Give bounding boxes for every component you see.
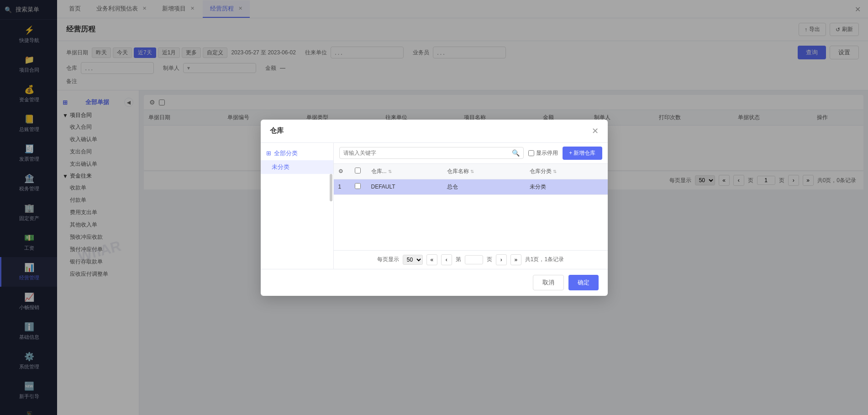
- show-disabled-wrap: 显示停用: [528, 149, 558, 157]
- modal-select-all-checkbox[interactable]: [355, 168, 361, 173]
- row-select-checkbox[interactable]: [355, 183, 361, 189]
- row-category: 未分类: [525, 179, 608, 194]
- show-disabled-checkbox[interactable]: [528, 150, 534, 156]
- modal-col-name-label: 仓库名称: [447, 168, 469, 174]
- show-disabled-label: 显示停用: [536, 149, 558, 157]
- modal-page-input[interactable]: 1: [465, 255, 483, 264]
- modal-toolbar: 🔍 显示停用 + 新增仓库: [334, 143, 608, 164]
- modal-per-page-select[interactable]: 50: [403, 255, 423, 265]
- modal-table-wrap: ⚙ 仓库... ⇅ 仓库名称: [334, 164, 608, 250]
- add-warehouse-label: + 新增仓库: [569, 149, 595, 157]
- row-index: 1: [334, 179, 350, 194]
- row-name: 总仓: [442, 179, 525, 194]
- sort-icon-category: ⇅: [553, 169, 557, 174]
- modal-first-page[interactable]: «: [426, 254, 437, 265]
- modal-pagination: 每页显示 50 « ‹ 第 1 页 › » 共1页，1条记录: [334, 250, 608, 269]
- table-row[interactable]: 1 DEFAULT 总仓 未分类: [334, 179, 608, 194]
- modal-col-category[interactable]: 仓库分类 ⇅: [525, 164, 608, 179]
- row-checkbox[interactable]: [350, 179, 367, 194]
- modal-header: 仓库 ✕: [261, 120, 608, 143]
- modal-page-word: 第: [456, 256, 461, 263]
- left-scrollbar[interactable]: [330, 174, 332, 201]
- modal-col-name[interactable]: 仓库名称 ⇅: [442, 164, 525, 179]
- add-warehouse-button[interactable]: + 新增仓库: [563, 147, 602, 160]
- modal-gear-icon[interactable]: ⚙: [338, 168, 343, 174]
- modal-footer: 取消 确定: [261, 269, 608, 296]
- grid-category-icon: ⊞: [266, 150, 271, 157]
- warehouse-modal: 仓库 ✕ ⊞ 全部分类 未分类: [261, 120, 608, 296]
- modal-table: ⚙ 仓库... ⇅ 仓库名称: [334, 164, 608, 195]
- modal-search-input[interactable]: [343, 150, 510, 156]
- modal-all-category-label: 全部分类: [274, 149, 298, 158]
- modal-page-label: 页: [487, 256, 492, 263]
- category-item-label: 未分类: [272, 163, 289, 170]
- modal-body: ⊞ 全部分类 未分类 🔍: [261, 143, 608, 269]
- modal-category-panel: ⊞ 全部分类 未分类: [261, 143, 334, 269]
- modal-col-gear: ⚙: [334, 164, 350, 179]
- modal-search-wrap: 🔍: [339, 147, 524, 159]
- modal-title: 仓库: [270, 126, 284, 135]
- modal-total-info: 共1页，1条记录: [525, 256, 564, 263]
- modal-close-button[interactable]: ✕: [592, 126, 599, 136]
- sort-icon-name: ⇅: [470, 169, 474, 174]
- modal-col-checkbox: [350, 164, 367, 179]
- modal-per-page-label: 每页显示: [377, 256, 399, 263]
- modal-all-category[interactable]: ⊞ 全部分类: [261, 147, 333, 160]
- modal-overlay: 仓库 ✕ ⊞ 全部分类 未分类: [0, 0, 868, 415]
- modal-right-panel: 🔍 显示停用 + 新增仓库 ⚙: [334, 143, 608, 269]
- sort-icon-code: ⇅: [388, 169, 392, 174]
- modal-confirm-button[interactable]: 确定: [568, 275, 599, 290]
- modal-col-code-label: 仓库...: [371, 168, 387, 174]
- modal-next-page[interactable]: ›: [496, 254, 507, 265]
- modal-col-code[interactable]: 仓库... ⇅: [367, 164, 443, 179]
- modal-search-icon[interactable]: 🔍: [512, 149, 520, 157]
- left-scroll-area: [261, 174, 333, 265]
- modal-last-page[interactable]: »: [510, 254, 521, 265]
- row-code: DEFAULT: [367, 179, 443, 194]
- modal-category-unclassified[interactable]: 未分类: [261, 160, 333, 174]
- modal-prev-page[interactable]: ‹: [441, 254, 452, 265]
- modal-table-header: ⚙ 仓库... ⇅ 仓库名称: [334, 164, 608, 179]
- modal-col-category-label: 仓库分类: [530, 168, 552, 174]
- modal-cancel-button[interactable]: 取消: [533, 275, 564, 290]
